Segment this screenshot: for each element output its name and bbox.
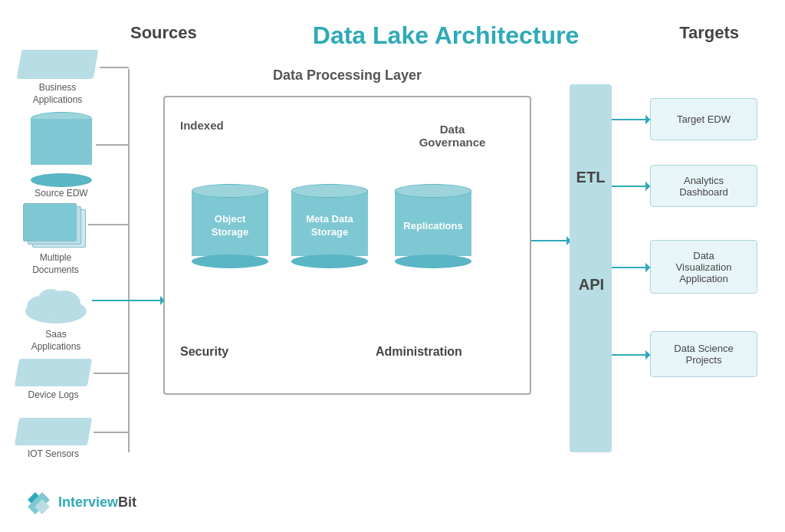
business-apps-label: BusinessApplications	[33, 82, 83, 106]
multiple-docs-label: MultipleDocuments	[32, 252, 79, 276]
targets-label: Targets	[679, 23, 739, 43]
iot-label: IOT Sensors	[28, 448, 79, 459]
source-device-logs: Device Logs	[17, 359, 90, 400]
main-source-arrow	[92, 300, 165, 301]
iot-shape	[15, 418, 92, 445]
saas-label: SaasApplications	[31, 329, 81, 353]
business-apps-shape	[17, 50, 99, 79]
arrow-processing-to-etl	[531, 240, 571, 241]
source-saas: SaasApplications	[21, 282, 90, 353]
target-edw-arrow	[612, 119, 650, 120]
logo-diamond-icon	[23, 488, 52, 517]
data-science-box: Data ScienceProjects	[650, 331, 757, 377]
logo-area: InterviewBit	[23, 488, 136, 517]
source-business-apps: BusinessApplications	[19, 50, 96, 106]
line-iot	[94, 432, 129, 433]
etl-api-bar	[570, 84, 612, 452]
administration-label: Administration	[376, 345, 462, 359]
data-viz-box: DataVisualizationApplication	[650, 240, 757, 294]
metadata-storage-cylinder: Meta DataStorage	[291, 184, 368, 268]
line-docs	[88, 224, 129, 225]
security-label: Security	[180, 345, 228, 359]
processing-layer-label: Data Processing Layer	[163, 67, 531, 84]
analytics-arrow	[612, 186, 650, 187]
source-edw-label: Source EDW	[34, 188, 87, 199]
svg-point-3	[38, 289, 63, 309]
cloud-icon	[21, 282, 90, 327]
source-iot: IOT Sensors	[17, 418, 90, 459]
logo-text: InterviewBit	[58, 494, 136, 511]
device-logs-shape	[15, 359, 92, 386]
indexed-label: Indexed	[180, 119, 224, 132]
data-science-arrow	[612, 354, 650, 356]
sources-vertical-line	[128, 69, 130, 452]
device-logs-label: Device Logs	[28, 389, 78, 400]
target-edw-box: Target EDW	[650, 98, 757, 140]
object-storage-cylinder: ObjectStorage	[192, 184, 268, 268]
analytics-dashboard-box: AnalyticsDashboard	[650, 165, 757, 207]
replications-cylinder: Replications	[395, 184, 471, 268]
data-governance-label: DataGovernance	[406, 123, 498, 149]
etl-label: ETL	[573, 169, 608, 186]
main-title: Data Lake Architecture	[313, 21, 579, 50]
data-viz-arrow	[612, 267, 650, 268]
api-label: API	[574, 276, 609, 294]
line-business-apps	[100, 67, 129, 68]
source-edw: Source EDW	[31, 119, 92, 199]
line-source-edw	[96, 144, 129, 146]
source-edw-cylinder	[31, 119, 92, 180]
sources-label: Sources	[130, 23, 197, 43]
doc-stack-icon	[23, 203, 88, 249]
line-device-logs	[94, 373, 129, 374]
source-multiple-docs: MultipleDocuments	[23, 203, 88, 276]
